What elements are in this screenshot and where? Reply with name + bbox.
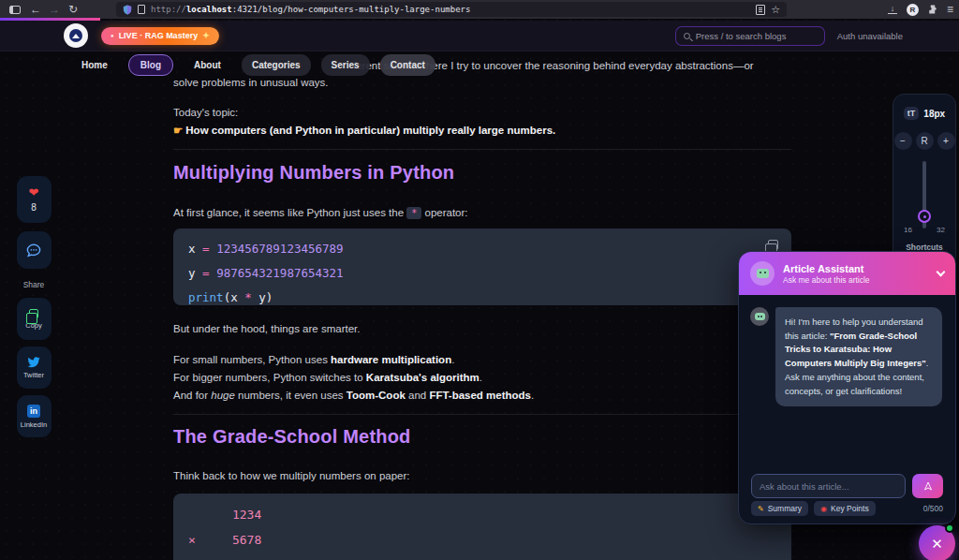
- robot-icon: [757, 269, 769, 278]
- reader-mode-icon[interactable]: [756, 5, 765, 15]
- nav-item-categories[interactable]: Categories: [242, 54, 311, 76]
- chat-header[interactable]: Article Assistant Ask me about this arti…: [739, 252, 955, 295]
- search-input[interactable]: [696, 31, 808, 41]
- chat-quick-actions: ✎Summary ◉Key Points 0/500: [751, 501, 943, 516]
- live-label: LIVE · RAG Mastery: [119, 31, 199, 40]
- live-badge[interactable]: ● LIVE · RAG Mastery ✦: [101, 27, 219, 45]
- code-line: × 5678: [188, 527, 776, 553]
- note-icon: ✎: [758, 505, 764, 513]
- code-block-python: x = 123456789123456789 y = 9876543219876…: [173, 228, 791, 305]
- robot-icon: [755, 313, 765, 320]
- font-size-panel: tT 18px − R + 16 32 Shortcuts Ctrl ±: [893, 94, 956, 268]
- nav-item-about[interactable]: About: [184, 54, 231, 76]
- forward-icon[interactable]: →: [45, 0, 64, 19]
- send-button[interactable]: [912, 474, 943, 498]
- downloads-icon[interactable]: ↓: [887, 6, 898, 14]
- nav-item-series[interactable]: Series: [321, 54, 370, 76]
- nav-item-contact[interactable]: Contact: [380, 54, 435, 76]
- back-icon[interactable]: ←: [26, 0, 45, 19]
- char-counter: 0/500: [923, 504, 943, 513]
- chat-title: Article Assistant: [783, 263, 929, 274]
- page-load-progress-bar: [0, 18, 100, 21]
- copy-icon: [29, 309, 38, 318]
- share-linkedin-button[interactable]: in LinkedIn: [17, 395, 52, 437]
- toolbar-right-icons: ↓ R ≡: [887, 3, 953, 16]
- section-title-grade-school: The Grade-School Method: [173, 426, 411, 448]
- extensions-icon[interactable]: [927, 4, 938, 15]
- url-bar[interactable]: http://localhost:4321/blog/how-computers…: [116, 2, 787, 17]
- code-line: ------------: [188, 553, 776, 560]
- article-content: ferent series, where I try to uncover th…: [173, 52, 791, 560]
- browser-toolbar: ← → ↻ http://localhost:4321/blog/how-com…: [0, 0, 959, 19]
- slider-knob[interactable]: [918, 210, 931, 223]
- search-icon: [684, 33, 690, 39]
- copy-code-icon[interactable]: [768, 240, 778, 250]
- url-text: http://localhost:4321/blog/how-computers…: [151, 5, 750, 14]
- assistant-avatar: [750, 261, 775, 286]
- slider-max-label: 32: [937, 226, 945, 234]
- intro-line2: solve problems in unusual ways.: [173, 75, 329, 91]
- nav-item-home[interactable]: Home: [71, 54, 118, 76]
- like-button[interactable]: ❤ 8: [17, 176, 52, 223]
- reload-icon[interactable]: ↻: [64, 0, 82, 19]
- search-box[interactable]: [675, 26, 825, 46]
- divider: [173, 149, 791, 150]
- font-size-icon[interactable]: tT: [904, 107, 920, 120]
- chevron-down-icon[interactable]: [937, 268, 946, 277]
- logo-bird-icon: [69, 29, 82, 42]
- profile-avatar[interactable]: R: [907, 4, 919, 16]
- copy-link-button[interactable]: Copy: [17, 298, 52, 340]
- like-count: 8: [31, 202, 37, 213]
- share-twitter-button[interactable]: Twitter: [17, 346, 52, 389]
- page-icon: [138, 5, 145, 14]
- code-block-grade-school: 1234 × 5678 ------------: [173, 494, 791, 560]
- menu-icon[interactable]: ≡: [947, 3, 953, 16]
- sidebar-toggle-icon[interactable]: [9, 6, 21, 14]
- site-logo[interactable]: [64, 23, 88, 48]
- sparkle-icon: ✦: [202, 31, 210, 40]
- key-points-chip[interactable]: ◉Key Points: [814, 501, 876, 516]
- paragraph-paper: Think back to how we multiply numbers on…: [173, 468, 409, 484]
- operator-paragraph: At first glance, it seems like Python ju…: [173, 205, 468, 221]
- twitter-icon: [27, 357, 40, 368]
- divider: [173, 414, 791, 415]
- paragraph-smarter: But under the hood, things are smarter.: [173, 321, 360, 337]
- code-line: print(x * y): [188, 286, 776, 310]
- tracking-shield-icon[interactable]: [123, 5, 132, 15]
- summary-chip[interactable]: ✎Summary: [751, 501, 808, 516]
- font-size-value: 18px: [923, 109, 945, 119]
- paragraph-big-numbers: For bigger numbers, Python switches to K…: [173, 370, 482, 386]
- paragraph-small-numbers: For small numbers, Python uses hardware …: [173, 352, 454, 368]
- topic-label: Today's topic:: [173, 105, 238, 121]
- share-label: Share: [23, 280, 45, 289]
- code-line: y = 987654321987654321: [188, 261, 776, 286]
- font-decrease-button[interactable]: −: [894, 132, 912, 150]
- comment-bubble-icon: [26, 243, 41, 258]
- font-increase-button[interactable]: +: [937, 132, 955, 150]
- font-size-slider[interactable]: [918, 161, 931, 220]
- heart-icon: ❤: [29, 186, 39, 199]
- action-rail: ❤ 8 Share Copy Twitter in LinkedIn: [16, 176, 52, 437]
- live-dot-icon: ●: [111, 33, 114, 38]
- chat-input-row: [751, 474, 943, 498]
- auth-status: Auth unavailable: [837, 31, 903, 41]
- comments-button[interactable]: [17, 231, 52, 269]
- inline-code-star: *: [406, 207, 421, 219]
- screen: ← → ↻ http://localhost:4321/blog/how-com…: [0, 0, 959, 560]
- topic-line: ☛How computers (and Python in particular…: [173, 123, 555, 139]
- nav-item-blog[interactable]: Blog: [128, 54, 173, 76]
- code-line: x = 123456789123456789: [188, 237, 776, 261]
- chat-input[interactable]: [751, 474, 906, 498]
- target-icon: ◉: [820, 505, 827, 513]
- main-nav: Home Blog About Categories Series Contac…: [71, 54, 435, 76]
- online-status-dot: [945, 523, 954, 533]
- bookmark-star-icon[interactable]: ☆: [771, 4, 780, 16]
- send-icon: [922, 480, 934, 492]
- font-reset-button[interactable]: R: [916, 132, 934, 150]
- article-assistant-widget: Article Assistant Ask me about this arti…: [738, 251, 956, 524]
- code-line: 1234: [188, 502, 776, 527]
- assistant-message: Hi! I'm here to help you understand this…: [775, 307, 942, 406]
- assistant-avatar: [750, 307, 769, 326]
- site-header: ● LIVE · RAG Mastery ✦ Auth unavailable: [0, 21, 959, 52]
- chat-subtitle: Ask me about this article: [783, 275, 929, 285]
